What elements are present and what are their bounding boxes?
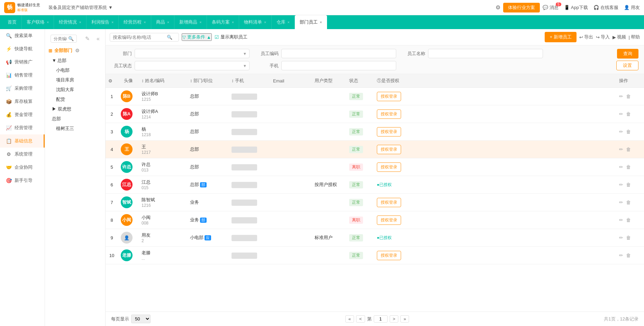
- delete-icon[interactable]: 🗑: [626, 182, 631, 187]
- more-filter-button[interactable]: ▽ 更多条件 ▲: [182, 33, 212, 41]
- sidebar-item-系统管理[interactable]: ⚙系统管理: [0, 148, 45, 161]
- edit-icon[interactable]: ✏: [619, 129, 623, 134]
- help-button[interactable]: | 帮助: [629, 34, 640, 40]
- edit-icon[interactable]: ✏: [619, 253, 623, 258]
- emp-name-input[interactable]: [428, 49, 543, 58]
- export-button[interactable]: ↩ 导出: [579, 34, 593, 40]
- th-name[interactable]: ↕ 姓名/编码: [139, 74, 187, 88]
- delete-icon[interactable]: 🗑: [626, 217, 631, 223]
- auth-button[interactable]: 授权登录: [377, 198, 401, 207]
- trial-button[interactable]: 体验行业方案: [503, 3, 540, 12]
- sidebar-item-搜索菜单[interactable]: 🔍搜索菜单: [0, 29, 45, 42]
- system-title-dropdown[interactable]: 装备及固定资产辅助管理系统 ▼: [48, 5, 493, 11]
- close-icon[interactable]: ×: [47, 20, 49, 24]
- nav-tab[interactable]: 商品×: [151, 15, 174, 29]
- auth-button[interactable]: 授权登录: [377, 109, 401, 119]
- nav-tab[interactable]: 客户联络×: [22, 15, 54, 29]
- dept-tree-item[interactable]: 配货: [45, 95, 105, 104]
- nav-tab[interactable]: 条码方案×: [207, 15, 239, 29]
- dept-tree-item[interactable]: 植树王三: [45, 124, 105, 133]
- delete-icon[interactable]: 🗑: [626, 235, 631, 240]
- sidebar-item-销售管理[interactable]: 📊销售管理: [0, 69, 45, 82]
- close-icon[interactable]: ×: [199, 20, 201, 24]
- dept-panel-collapse-btn[interactable]: «: [94, 34, 102, 43]
- delete-icon[interactable]: 🗑: [626, 200, 631, 205]
- nav-tab[interactable]: 经营历程×: [119, 15, 151, 29]
- sidebar-item-库存核算[interactable]: 📦库存核算: [0, 95, 45, 108]
- dept-tree-item[interactable]: ▼ 总部: [45, 56, 105, 65]
- nav-tab[interactable]: 利润报告×: [87, 15, 119, 29]
- edit-icon[interactable]: ✏: [619, 147, 623, 152]
- nav-tab[interactable]: 经营情况×: [54, 15, 86, 29]
- close-icon[interactable]: ×: [288, 20, 290, 24]
- delete-icon[interactable]: 🗑: [626, 94, 631, 99]
- emp-status-select[interactable]: [135, 61, 250, 70]
- close-icon[interactable]: ×: [264, 20, 266, 24]
- close-icon[interactable]: ×: [111, 20, 114, 24]
- nav-tab[interactable]: 新增商品×: [174, 15, 207, 29]
- auth-button[interactable]: 授权登录: [377, 145, 401, 154]
- dept-tree-item[interactable]: 小电部: [45, 65, 105, 75]
- edit-icon[interactable]: ✏: [619, 164, 623, 170]
- edit-icon[interactable]: ✏: [619, 111, 623, 117]
- nav-tab[interactable]: 部门员工×: [295, 15, 327, 29]
- dept-search-input[interactable]: [54, 36, 67, 41]
- import-button[interactable]: ↪ 导入: [596, 34, 610, 40]
- phone-input[interactable]: [281, 61, 396, 70]
- last-page-button[interactable]: »: [400, 315, 409, 323]
- delete-icon[interactable]: 🗑: [626, 164, 631, 170]
- online-service-button[interactable]: 🎧 在线客服: [593, 5, 618, 11]
- add-employee-button[interactable]: + 新增员工: [545, 32, 576, 42]
- message-button[interactable]: 💬 消息 5: [543, 5, 559, 11]
- app-download-button[interactable]: 📱 App下载: [564, 5, 588, 11]
- sidebar-item-基础信息[interactable]: 📋基础信息: [0, 134, 45, 148]
- video-button[interactable]: ▶ 视频: [613, 34, 626, 40]
- next-page-button[interactable]: >: [390, 315, 399, 323]
- dept-tree-item[interactable]: 项目库房: [45, 75, 105, 85]
- sidebar-item-企业协同[interactable]: 🤝企业协同: [0, 161, 45, 174]
- search-input[interactable]: [113, 35, 165, 40]
- emp-code-input[interactable]: [281, 49, 396, 58]
- query-button[interactable]: 查询: [617, 49, 638, 59]
- dept-tree-item[interactable]: ▶ 双虎想: [45, 104, 105, 114]
- delete-icon[interactable]: 🗑: [626, 111, 631, 117]
- per-page-select[interactable]: 50 100: [131, 315, 151, 323]
- show-resign-toggle[interactable]: ☑ 显示离职员工: [215, 34, 247, 40]
- all-dept-item[interactable]: ⊞ 全部部门 ⚙: [45, 45, 105, 56]
- delete-icon[interactable]: 🗑: [626, 129, 631, 134]
- dept-select[interactable]: [135, 49, 250, 58]
- page-input[interactable]: [374, 315, 388, 323]
- sidebar-item-采购管理[interactable]: 🛒采购管理: [0, 82, 45, 95]
- delete-icon[interactable]: 🗑: [626, 253, 631, 258]
- user-button[interactable]: 👤 用友: [624, 5, 640, 11]
- nav-tab[interactable]: 仓库×: [272, 15, 295, 29]
- edit-icon[interactable]: ✏: [619, 182, 623, 187]
- close-icon[interactable]: ×: [167, 20, 169, 24]
- dept-search-box[interactable]: 🔍: [51, 35, 77, 43]
- th-dept[interactable]: ↕ 部门/职位: [187, 74, 229, 88]
- sidebar-item-资金管理[interactable]: 💰资金管理: [0, 108, 45, 121]
- nav-tab[interactable]: 首页: [3, 15, 22, 29]
- sidebar-item-快捷导航[interactable]: ⚡快捷导航: [0, 42, 45, 55]
- th-phone[interactable]: ↕ 手机: [229, 74, 270, 88]
- auth-button[interactable]: 授权登录: [377, 215, 401, 225]
- edit-icon[interactable]: ✏: [619, 235, 623, 240]
- nav-tab[interactable]: 物料清单×: [239, 15, 271, 29]
- edit-icon[interactable]: ✏: [619, 200, 623, 205]
- auth-button[interactable]: 授权登录: [377, 92, 401, 101]
- delete-icon[interactable]: 🗑: [626, 147, 631, 152]
- auth-button[interactable]: 授权登录: [377, 251, 401, 260]
- auth-button[interactable]: 授权登录: [377, 162, 401, 172]
- edit-icon[interactable]: ✏: [619, 94, 623, 99]
- dept-tree-item[interactable]: 总部: [45, 114, 105, 124]
- close-icon[interactable]: ×: [232, 20, 234, 24]
- close-icon[interactable]: ×: [144, 20, 146, 24]
- auth-button[interactable]: 授权登录: [377, 127, 401, 136]
- close-icon[interactable]: ×: [79, 20, 81, 24]
- th-settings[interactable]: ⚙: [106, 74, 118, 88]
- edit-icon[interactable]: ✏: [619, 217, 623, 223]
- sidebar-item-营销推广[interactable]: 📢营销推广: [0, 55, 45, 69]
- set-button[interactable]: 设置: [616, 61, 638, 70]
- gear-button[interactable]: ⚙: [496, 4, 500, 11]
- sidebar-item-经营管理[interactable]: 📈经营管理: [0, 121, 45, 134]
